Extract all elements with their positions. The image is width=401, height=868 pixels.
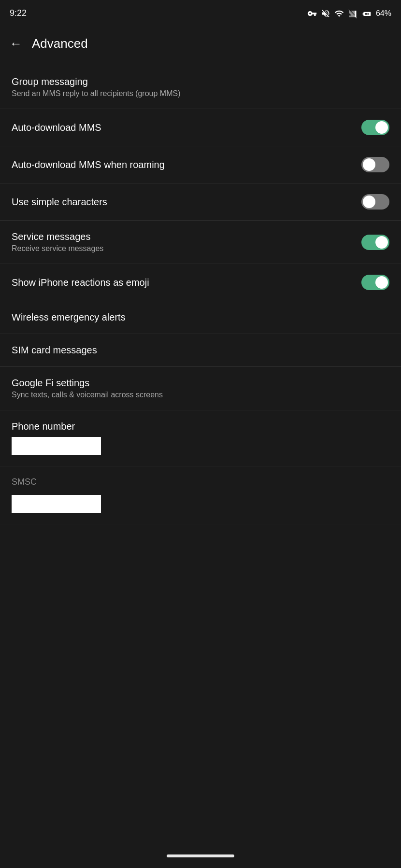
phone-number-input[interactable] bbox=[12, 437, 101, 455]
status-icons: 64% bbox=[307, 9, 391, 18]
page-title: Advanced bbox=[32, 36, 88, 51]
service-messages-toggle[interactable] bbox=[361, 235, 389, 250]
phone-number-label: Phone number bbox=[12, 421, 75, 432]
auto-download-roaming-title: Auto-download MMS when roaming bbox=[12, 159, 361, 170]
settings-item-auto-download-mms[interactable]: Auto-download MMS bbox=[0, 109, 401, 146]
mute-icon bbox=[321, 9, 330, 18]
wireless-emergency-title: Wireless emergency alerts bbox=[12, 312, 389, 323]
status-time: 9:22 bbox=[10, 8, 27, 18]
settings-item-wireless-emergency[interactable]: Wireless emergency alerts bbox=[0, 301, 401, 334]
bottom-nav bbox=[0, 844, 401, 868]
sim-card-messages-title: SIM card messages bbox=[12, 345, 389, 356]
auto-download-roaming-toggle[interactable] bbox=[361, 157, 389, 172]
settings-item-group-messaging[interactable]: Group messaging Send an MMS reply to all… bbox=[0, 66, 401, 109]
settings-item-phone-number[interactable]: Phone number bbox=[0, 410, 401, 466]
smsc-input[interactable] bbox=[12, 495, 101, 513]
simple-characters-title: Use simple characters bbox=[12, 196, 361, 208]
settings-item-smsc[interactable]: SMSC bbox=[0, 466, 401, 524]
settings-item-iphone-reactions[interactable]: Show iPhone reactions as emoji bbox=[0, 264, 401, 301]
auto-download-mms-toggle[interactable] bbox=[361, 120, 389, 135]
status-bar: 9:22 64% bbox=[0, 0, 401, 27]
home-indicator bbox=[167, 854, 234, 857]
back-button[interactable]: ← bbox=[10, 36, 22, 51]
settings-item-google-fi[interactable]: Google Fi settings Sync texts, calls & v… bbox=[0, 367, 401, 410]
settings-list: Group messaging Send an MMS reply to all… bbox=[0, 66, 401, 524]
wifi-icon bbox=[334, 9, 344, 18]
group-messaging-title: Group messaging bbox=[12, 76, 389, 87]
battery-icon bbox=[361, 9, 372, 18]
google-fi-title: Google Fi settings bbox=[12, 378, 389, 389]
iphone-reactions-toggle[interactable] bbox=[361, 275, 389, 290]
signal-icon bbox=[348, 9, 358, 18]
settings-item-service-messages[interactable]: Service messages Receive service message… bbox=[0, 221, 401, 264]
settings-item-simple-characters[interactable]: Use simple characters bbox=[0, 183, 401, 221]
key-icon bbox=[307, 9, 317, 18]
smsc-label: SMSC bbox=[12, 477, 37, 487]
settings-item-sim-card-messages[interactable]: SIM card messages bbox=[0, 334, 401, 367]
simple-characters-toggle[interactable] bbox=[361, 194, 389, 210]
google-fi-subtitle: Sync texts, calls & voicemail across scr… bbox=[12, 391, 389, 399]
header: ← Advanced bbox=[0, 27, 401, 66]
service-messages-title: Service messages bbox=[12, 231, 361, 242]
settings-item-auto-download-roaming[interactable]: Auto-download MMS when roaming bbox=[0, 146, 401, 183]
iphone-reactions-title: Show iPhone reactions as emoji bbox=[12, 277, 361, 288]
service-messages-subtitle: Receive service messages bbox=[12, 244, 361, 253]
battery-percent: 64% bbox=[376, 9, 391, 18]
group-messaging-subtitle: Send an MMS reply to all recipients (gro… bbox=[12, 89, 389, 98]
auto-download-mms-title: Auto-download MMS bbox=[12, 122, 361, 133]
